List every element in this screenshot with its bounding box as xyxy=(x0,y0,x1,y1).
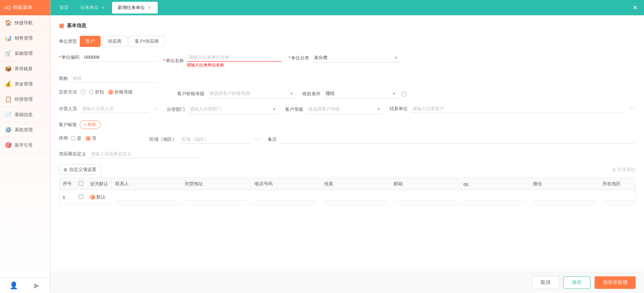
pricing-discount-label: 折扣 xyxy=(95,89,104,95)
batch-delete-label: 批量删除 xyxy=(618,166,636,173)
pricing-help-icon[interactable]: ? xyxy=(80,89,86,95)
sidebar-item-system[interactable]: ⚙️ 系统管理 xyxy=(0,122,50,138)
sidebar-item-purchase[interactable]: 🛒 采购管理 xyxy=(0,46,50,61)
settlement-input[interactable] xyxy=(410,105,626,113)
col-address: 到货地址 xyxy=(181,178,251,190)
tab-home[interactable]: 首页 xyxy=(54,2,74,14)
pricing-discount[interactable]: 折扣 xyxy=(89,89,104,95)
field-customer-level: 客户等级 请选择客户等级 ▼ xyxy=(285,105,383,114)
payment-arrow: ▼ xyxy=(392,91,396,96)
remark-input[interactable] xyxy=(280,135,636,144)
home-icon: 🏠 xyxy=(5,19,12,26)
dept-label: 分管部门 xyxy=(167,106,185,113)
save-button[interactable]: 保存 xyxy=(563,276,590,289)
customer-price-select[interactable]: 请选择客户价格等级 ▼ xyxy=(207,89,296,98)
tab-partner[interactable]: 往来单位 ✕ xyxy=(75,2,111,14)
type-btn-supplier[interactable]: 供应商 xyxy=(102,36,127,47)
add-tag-button[interactable]: + 标签 xyxy=(80,120,101,129)
sidebar-item-finance[interactable]: 💰 资金管理 xyxy=(0,76,50,92)
sidebar-item-basic[interactable]: 📄 基础信息 xyxy=(0,107,50,122)
pricing-discount-radio[interactable] xyxy=(89,90,94,95)
payment-label: 收款条件 xyxy=(303,91,321,97)
payment-select[interactable]: 现结 ▼ xyxy=(323,89,398,98)
tab-new-partner-close[interactable]: ✕ xyxy=(147,5,152,10)
disabled-no-radio[interactable] xyxy=(86,136,91,141)
sidebar-user-icon[interactable]: 👤 xyxy=(3,281,24,290)
row-select-checkbox[interactable] xyxy=(79,194,83,199)
row-email-input[interactable] xyxy=(394,193,456,201)
customer-price-label: 客户价格等级 xyxy=(177,91,204,97)
field-payment: 收款条件 现结 ▼ ? xyxy=(303,89,407,98)
settlement-label: 结算单位 xyxy=(390,106,408,112)
field-unit-name: *单位名称 请输入往来单位名称 xyxy=(163,53,282,68)
cancel-button[interactable]: 取消 xyxy=(532,276,559,289)
row-default-radio[interactable]: 默认 xyxy=(90,194,108,200)
region-more-icon[interactable]: ··· xyxy=(253,136,261,143)
col-seq: 序号 xyxy=(59,178,75,190)
pricing-level[interactable]: 价格等级 xyxy=(108,89,133,95)
row-tags: 客户标签 + 标签 xyxy=(59,120,636,129)
row-address-input[interactable] xyxy=(185,193,248,201)
row-fax-input[interactable] xyxy=(324,193,387,201)
finance-icon: 💰 xyxy=(5,81,12,87)
settings-icon: ⚙ xyxy=(63,167,68,172)
payment-help-icon[interactable]: ? xyxy=(401,91,407,97)
sidebar-item-operations[interactable]: 📋 经营管理 xyxy=(0,92,50,107)
sidebar-item-quick-nav[interactable]: 🏠 快捷导航 xyxy=(0,15,50,31)
sidebar-item-sales[interactable]: 📊 销售管理 xyxy=(0,31,50,46)
row-wechat-input[interactable] xyxy=(533,193,596,201)
row-contact xyxy=(112,190,181,204)
save-and-new-button[interactable]: 保存并新增 xyxy=(595,276,636,289)
guide-icon: 🎯 xyxy=(5,142,12,148)
settlement-more-icon[interactable]: ··· xyxy=(628,106,636,112)
row-area xyxy=(599,190,636,204)
main-area: 首页 往来单位 ✕ 新增往来单位 ✕ ✕ ▣ 基本信息 单位类型 客户 供应商 … xyxy=(50,0,644,293)
region-input[interactable] xyxy=(179,135,251,144)
disabled-yes[interactable]: 是 xyxy=(71,135,81,141)
row-abbr: 简称 xyxy=(59,74,636,83)
unit-category-select[interactable]: 未分类 ▼ xyxy=(312,53,400,63)
field-dept: 分管部门 请输入分管部门 ▼ xyxy=(167,105,278,114)
dept-placeholder: 请输入分管部门 xyxy=(190,106,221,112)
disabled-no[interactable]: 否 xyxy=(86,135,96,141)
batch-delete-button[interactable]: 🗑 批量删除 xyxy=(612,166,636,173)
unit-name-input[interactable] xyxy=(187,53,282,62)
sidebar-label-sales: 销售管理 xyxy=(15,35,33,41)
sidebar-item-inventory[interactable]: 📦 库存核算 xyxy=(0,61,50,76)
abbr-input[interactable] xyxy=(71,74,156,83)
field-unit-category: *单位分类 未分类 ▼ xyxy=(289,53,400,63)
supplier-custom-input[interactable] xyxy=(89,150,198,158)
custom-settings-button[interactable]: ⚙ 自定义项设置 xyxy=(59,164,101,175)
tab-new-partner[interactable]: 新增往来单位 ✕ xyxy=(112,2,158,14)
manager-more-icon[interactable]: ··· xyxy=(152,106,160,112)
customer-level-arrow: ▼ xyxy=(377,107,380,111)
row-default-radio-circle[interactable] xyxy=(90,195,95,200)
sidebar-expand-icon[interactable]: ▶ xyxy=(26,281,47,290)
row-contact-input[interactable] xyxy=(115,193,178,201)
tab-bar: 首页 往来单位 ✕ 新增往来单位 ✕ ✕ xyxy=(50,0,644,15)
type-btn-both[interactable]: 客户/供应商 xyxy=(129,36,165,47)
type-btn-customer[interactable]: 客户 xyxy=(80,36,101,47)
operations-icon: 📋 xyxy=(5,96,12,103)
row-default-label: 默认 xyxy=(96,194,105,200)
unit-code-input[interactable] xyxy=(82,53,156,62)
manager-input[interactable] xyxy=(80,105,150,113)
disabled-yes-radio[interactable] xyxy=(71,136,76,141)
dept-select[interactable]: 请输入分管部门 ▼ xyxy=(188,105,278,114)
customer-level-select[interactable]: 请选择客户等级 ▼ xyxy=(306,105,383,114)
row-qq-input[interactable] xyxy=(463,193,526,201)
unit-category-value: 未分类 xyxy=(314,55,328,61)
select-all-checkbox[interactable] xyxy=(79,181,83,186)
row-area-input[interactable] xyxy=(603,193,636,201)
table-row: 1 默认 xyxy=(59,190,636,204)
pricing-label: 定价方法 xyxy=(59,89,77,95)
close-all-tabs[interactable]: ✕ xyxy=(630,2,641,13)
pricing-level-radio[interactable] xyxy=(108,90,113,95)
pricing-level-label: 价格等级 xyxy=(115,89,133,95)
sidebar-item-guide[interactable]: 🎯 新手引导 xyxy=(0,138,50,153)
search-icon: ≡Q xyxy=(4,5,11,10)
sidebar-search[interactable]: ≡Q 搜索菜单 xyxy=(0,0,50,15)
tab-partner-close[interactable]: ✕ xyxy=(101,5,106,10)
form-content: ▣ 基本信息 单位类型 客户 供应商 客户/供应商 *单位编码 xyxy=(50,15,644,272)
row-phone-input[interactable] xyxy=(254,193,317,201)
